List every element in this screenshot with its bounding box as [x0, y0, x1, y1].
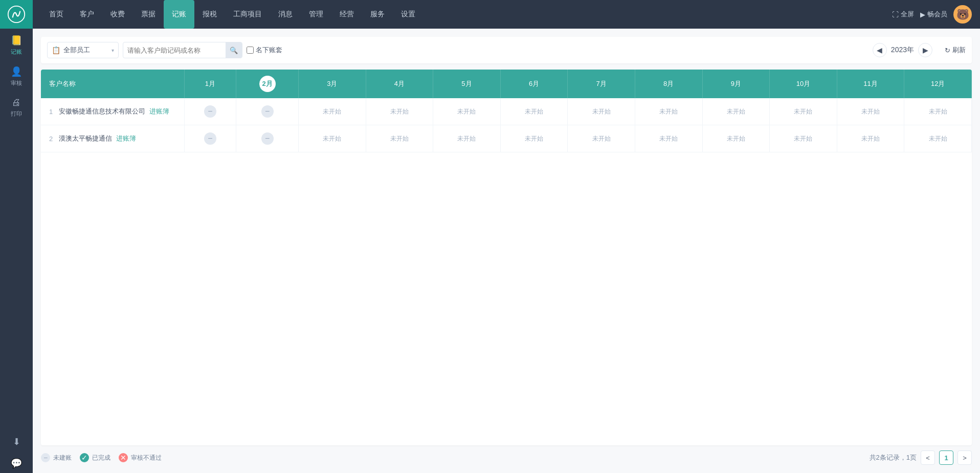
col-header-m11: 11月: [837, 70, 904, 98]
month-status-m3: 未开始: [298, 125, 366, 152]
month-status-m2: −: [236, 125, 299, 152]
status-not-started: 未开始: [659, 108, 678, 115]
month-status-m5: 未开始: [433, 125, 501, 152]
account-filter-label: 名下账套: [256, 46, 282, 55]
toolbar: 📋 全部员工 ▾ 🔍 名下账套 ◀ 2023年 ▶ ↻ 刷新: [41, 37, 972, 63]
topnav-item-accounting[interactable]: 记账: [164, 0, 194, 29]
refresh-button[interactable]: ↻ 刷新: [945, 46, 966, 55]
status-not-started: 未开始: [525, 135, 543, 142]
month-status-m9: 未开始: [702, 125, 770, 152]
refresh-icon: ↻: [945, 47, 950, 54]
month-status-m7: 未开始: [568, 125, 635, 152]
legend-label-done: 已完成: [92, 454, 110, 462]
employee-select-text: 全部员工: [63, 46, 108, 55]
sidebar-item-accounting[interactable]: 📒 记账: [11, 29, 22, 60]
col-header-m9: 9月: [702, 70, 770, 98]
prev-page-button[interactable]: <: [921, 451, 935, 465]
topnav-item-customer[interactable]: 客户: [72, 0, 102, 29]
topnav-item-operation[interactable]: 经营: [331, 0, 362, 29]
legend-item-not-started: − 未建账: [41, 453, 72, 462]
active-month-label: 2月: [259, 76, 276, 92]
month-status-m11: 未开始: [837, 125, 904, 152]
legend-item-done: ✓ 已完成: [80, 453, 110, 462]
main-area: 首页客户收费票据记账报税工商项目消息管理经营服务设置 ⛶ 全屏 ▶ 畅会员 🐻 …: [33, 0, 980, 473]
row-index: 2: [49, 135, 53, 143]
legend-label-not-started: 未建账: [53, 454, 72, 462]
sidebar-item-label: 记账: [11, 48, 22, 56]
audit-icon: 👤: [11, 66, 22, 77]
sidebar-item-support[interactable]: 💬: [0, 452, 33, 473]
month-status-m5: 未开始: [433, 98, 501, 125]
avatar[interactable]: 🐻: [953, 5, 972, 24]
month-status-m12: 未开始: [904, 98, 972, 125]
next-year-button[interactable]: ▶: [918, 43, 932, 57]
month-status-m10: 未开始: [770, 125, 837, 152]
topnav-item-message[interactable]: 消息: [270, 0, 301, 29]
account-checkbox[interactable]: [247, 47, 254, 54]
status-minus-icon: −: [204, 132, 216, 145]
chevron-down-icon: ▾: [112, 48, 114, 53]
topnav-item-tax[interactable]: 报税: [194, 0, 225, 29]
col-header-m7: 7月: [568, 70, 635, 98]
status-minus-icon: −: [204, 105, 216, 118]
month-status-m6: 未开始: [500, 125, 568, 152]
topnav-item-service[interactable]: 服务: [362, 0, 393, 29]
client-name: 漠澳太平畅捷通信: [59, 134, 112, 143]
sidebar-item-audit[interactable]: 👤 审核: [11, 60, 22, 91]
logo[interactable]: [0, 0, 33, 29]
sidebar-item-download[interactable]: ⬇: [0, 430, 33, 452]
sidebar-item-label: 审核: [11, 79, 22, 87]
fullscreen-icon: ⛶: [892, 11, 899, 18]
enter-ledger-link[interactable]: 进账簿: [149, 107, 169, 116]
vip-icon: ▶: [920, 11, 925, 18]
month-status-m2: −: [236, 98, 299, 125]
fullscreen-button[interactable]: ⛶ 全屏: [892, 10, 914, 19]
status-minus-icon: −: [261, 132, 274, 145]
sidebar-bottom: ⬇ 💬: [0, 430, 33, 473]
status-not-started: 未开始: [457, 135, 476, 142]
month-status-m4: 未开始: [366, 125, 433, 152]
topnav-item-settings[interactable]: 设置: [393, 0, 424, 29]
col-header-m2: 2月: [236, 70, 299, 98]
month-status-m1: −: [184, 98, 236, 125]
topnav-item-home[interactable]: 首页: [41, 0, 72, 29]
status-not-started: 未开始: [794, 108, 812, 115]
col-header-m12: 12月: [904, 70, 972, 98]
search-button[interactable]: 🔍: [226, 42, 242, 58]
sidebar-item-print[interactable]: 🖨 打印: [11, 91, 22, 122]
topnav-item-fee[interactable]: 收费: [102, 0, 133, 29]
status-not-started: 未开始: [525, 108, 543, 115]
account-filter[interactable]: 名下账套: [247, 46, 282, 55]
col-header-m5: 5月: [433, 70, 501, 98]
download-icon: ⬇: [13, 436, 20, 447]
month-status-m6: 未开始: [500, 98, 568, 125]
table-header: 客户名称1月2月3月4月5月6月7月8月9月10月11月12月: [41, 70, 972, 98]
current-page: 1: [939, 451, 953, 465]
status-not-started: 未开始: [861, 108, 880, 115]
support-icon: 💬: [11, 458, 22, 469]
enter-ledger-link[interactable]: 进账簿: [116, 134, 136, 143]
prev-year-button[interactable]: ◀: [873, 43, 887, 57]
employee-icon: 📋: [52, 46, 60, 54]
employee-select[interactable]: 📋 全部员工 ▾: [47, 42, 119, 58]
sidebar-item-label: 打印: [11, 110, 22, 118]
vip-button[interactable]: ▶ 畅会员: [920, 10, 947, 19]
topnav-right: ⛶ 全屏 ▶ 畅会员 🐻: [892, 5, 972, 24]
next-page-button[interactable]: >: [957, 451, 972, 465]
status-not-started: 未开始: [592, 108, 611, 115]
search-wrap: 🔍: [123, 42, 242, 58]
search-input[interactable]: [123, 47, 226, 54]
month-status-m3: 未开始: [298, 98, 366, 125]
month-status-m12: 未开始: [904, 125, 972, 152]
col-header-name: 客户名称: [41, 70, 184, 98]
status-not-started: 未开始: [390, 108, 409, 115]
status-not-started: 未开始: [861, 135, 880, 142]
col-header-m1: 1月: [184, 70, 236, 98]
legend-label-rejected: 审核不通过: [131, 454, 162, 462]
topnav-item-bizitem[interactable]: 工商项目: [225, 0, 270, 29]
table-row: 2 漠澳太平畅捷通信 进账簿 −−未开始未开始未开始未开始未开始未开始未开始未开…: [41, 125, 972, 152]
pagination-total: 共2条记录，1页: [870, 453, 917, 462]
topnav-item-manage[interactable]: 管理: [301, 0, 331, 29]
month-status-m1: −: [184, 125, 236, 152]
topnav-item-invoice[interactable]: 票据: [133, 0, 164, 29]
